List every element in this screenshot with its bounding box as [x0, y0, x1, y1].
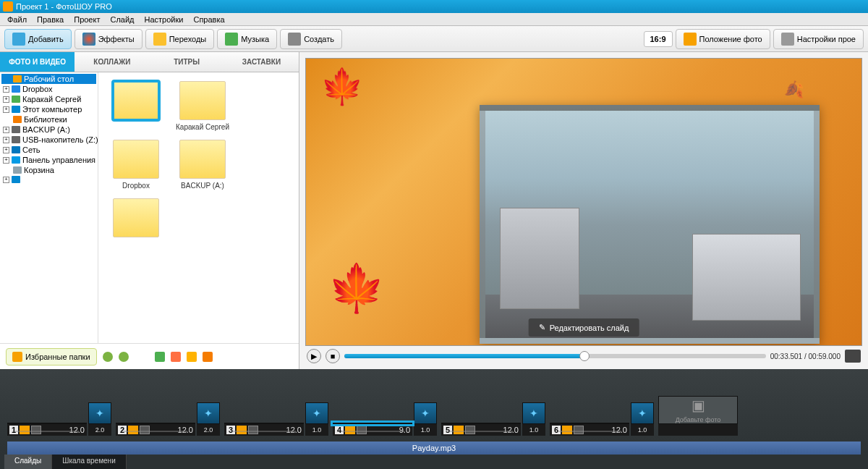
tab-intros[interactable]: ЗАСТАВКИ — [224, 52, 299, 72]
preview-canvas[interactable]: 🍁 🍁 🍂 ✎Редактировать слайд — [305, 58, 862, 346]
tab-titles[interactable]: ТИТРЫ — [150, 52, 224, 72]
aspect-ratio[interactable]: 16:9 — [644, 31, 673, 47]
playback-controls: ▶ ■ 00:33.501 / 00:59.000 — [305, 346, 862, 366]
time-slider[interactable] — [344, 354, 766, 358]
timeline-slide[interactable]: 49.0 — [333, 423, 412, 436]
play-button[interactable]: ▶ — [307, 349, 321, 363]
tree-node[interactable]: +USB-накопитель (Z:) — [1, 135, 96, 145]
menu-settings[interactable]: Настройки — [140, 14, 188, 25]
transition[interactable]: ✦2.0 — [197, 389, 220, 436]
leaf-decoration: 🍁 — [328, 261, 386, 316]
edit-slide-button[interactable]: ✎Редактировать слайд — [529, 318, 639, 337]
transitions-button[interactable]: Переходы — [145, 29, 215, 49]
timeline-slide[interactable]: 112.0 — [7, 423, 87, 436]
transition[interactable]: ✦1.0 — [305, 389, 328, 436]
tree-node[interactable]: +Каракай Сергей — [1, 94, 96, 104]
down-icon[interactable] — [155, 352, 165, 362]
back-icon[interactable] — [103, 352, 113, 362]
menu-project[interactable]: Проект — [69, 14, 104, 25]
tab-collages[interactable]: КОЛЛАЖИ — [75, 52, 149, 72]
position-icon — [684, 33, 697, 46]
forward-icon[interactable] — [119, 352, 129, 362]
tree-node[interactable]: +Панель управления — [1, 155, 96, 165]
camera-icon — [12, 33, 25, 46]
leaf-decoration: 🍂 — [784, 80, 804, 99]
gear-icon — [781, 33, 794, 46]
folder-thumb[interactable] — [107, 198, 165, 240]
tree-node[interactable]: +Сеть — [1, 145, 96, 155]
timeline-slide[interactable]: 512.0 — [441, 423, 521, 436]
transition[interactable]: ✦2.0 — [88, 389, 111, 436]
effects-button[interactable]: Эффекты — [75, 29, 142, 49]
folder-icon — [12, 352, 22, 362]
folder-thumb[interactable] — [107, 81, 165, 131]
audio-track[interactable]: Payday.mp3 — [7, 441, 861, 455]
app-icon — [3, 1, 13, 12]
photo-frame[interactable] — [480, 105, 820, 344]
open-folder-icon[interactable] — [187, 352, 197, 362]
menu-slide[interactable]: Слайд — [106, 14, 138, 25]
create-button[interactable]: Создать — [280, 29, 342, 49]
thumbnail-grid: Каракай СергейDropboxBACKUP (A:) — [98, 72, 299, 343]
menubar: Файл Правка Проект Слайд Настройки Справ… — [0, 13, 868, 26]
timeline-slide[interactable]: 212.0 — [116, 423, 195, 436]
titlebar: Проект 1 - ФотоШОУ PRO — [0, 0, 868, 13]
photo-position-button[interactable]: Положение фото — [676, 29, 770, 49]
tab-photo-video[interactable]: ФОТО И ВИДЕО — [0, 52, 75, 72]
timeline-slide[interactable]: 612.0 — [550, 423, 629, 436]
tree-node[interactable]: + — [1, 175, 96, 184]
star-icon — [153, 33, 166, 46]
favorites-button[interactable]: Избранные папки — [6, 348, 97, 366]
project-settings-button[interactable]: Настройки прое — [773, 29, 864, 49]
menu-help[interactable]: Справка — [189, 14, 229, 25]
time-display: 00:33.501 / 00:59.000 — [770, 352, 841, 360]
transition[interactable]: ✦1.0 — [631, 389, 654, 436]
tab-slides[interactable]: Слайды — [4, 455, 52, 469]
effects-icon — [82, 33, 95, 46]
folder-thumb[interactable]: Dropbox — [107, 140, 165, 190]
tree-node[interactable]: +Этот компьютер — [1, 104, 96, 114]
fav-folder-icon[interactable] — [203, 352, 213, 362]
toolbar: Добавить Эффекты Переходы Музыка Создать… — [0, 26, 868, 52]
stop-button[interactable]: ■ — [326, 349, 340, 363]
pencil-icon: ✎ — [539, 323, 545, 332]
tree-node[interactable]: +BACKUP (A:) — [1, 124, 96, 135]
tab-timeline[interactable]: Шкала времени — [52, 455, 126, 469]
folder-tree[interactable]: Рабочий стол+Dropbox+Каракай Сергей+Этот… — [0, 72, 98, 343]
slider-handle[interactable] — [579, 351, 590, 361]
add-button[interactable]: Добавить — [4, 29, 72, 49]
transition[interactable]: ✦1.0 — [522, 389, 545, 436]
folder-thumb[interactable]: Каракай Сергей — [174, 81, 231, 131]
snapshot-icon[interactable] — [845, 350, 861, 363]
tree-node[interactable]: Корзина — [1, 165, 96, 175]
bottom-tabs: Слайды Шкала времени — [0, 455, 868, 469]
transition[interactable]: ✦1.0 — [414, 389, 437, 436]
add-slide[interactable]: ▣Добавьте фото — [658, 396, 738, 436]
left-panel: ФОТО И ВИДЕО КОЛЛАЖИ ТИТРЫ ЗАСТАВКИ Рабо… — [0, 52, 299, 369]
tree-node[interactable]: Рабочий стол — [1, 74, 96, 84]
timeline-slide[interactable]: 312.0 — [224, 423, 304, 436]
menu-edit[interactable]: Правка — [33, 14, 68, 25]
music-icon — [225, 33, 238, 46]
tree-node[interactable]: Библиотеки — [1, 114, 96, 124]
menu-file[interactable]: Файл — [3, 14, 31, 25]
leaf-decoration: 🍁 — [320, 66, 364, 107]
timeline: 112.0✦2.0212.0✦2.0312.0✦1.049.0✦1.0512.0… — [0, 369, 868, 455]
tree-node[interactable]: +Dropbox — [1, 84, 96, 94]
home-icon[interactable] — [171, 352, 181, 362]
window-title: Проект 1 - ФотоШОУ PRO — [16, 2, 112, 11]
left-tabs: ФОТО И ВИДЕО КОЛЛАЖИ ТИТРЫ ЗАСТАВКИ — [0, 52, 299, 72]
left-footer: Избранные папки — [0, 343, 299, 369]
music-button[interactable]: Музыка — [217, 29, 277, 49]
create-icon — [288, 33, 301, 46]
preview-panel: 🍁 🍁 🍂 ✎Редактировать слайд ▶ ■ 00:33.501… — [299, 52, 868, 369]
folder-thumb[interactable]: BACKUP (A:) — [174, 140, 231, 190]
